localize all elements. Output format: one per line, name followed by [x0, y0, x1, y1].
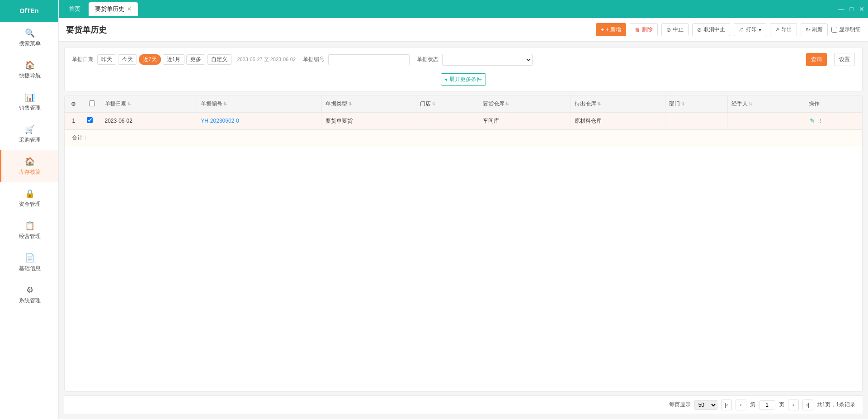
clipboard-icon: 📋: [25, 221, 35, 231]
display-detail-toggle[interactable]: 显示明细: [831, 26, 861, 33]
edit-action-icon[interactable]: ✎: [809, 116, 816, 125]
sidebar-item-quick-nav[interactable]: 🏠 快捷导航: [0, 54, 58, 86]
window-minimize-icon[interactable]: —: [838, 5, 844, 13]
date-filter-buttons: 昨天 今天 近7天 近1月 更多 自定义: [97, 54, 231, 65]
column-settings-icon[interactable]: ⚙: [71, 101, 76, 107]
tab-home-label: 首页: [69, 5, 80, 13]
sort-pendingwarehouse-icon[interactable]: ⇅: [597, 101, 601, 106]
select-all-checkbox[interactable]: [89, 100, 95, 106]
doc-no-input[interactable]: [328, 54, 410, 65]
filter-bar: 单据日期 昨天 今天 近7天 近1月 更多 自定义 2023-05-27 至 2…: [64, 47, 863, 91]
page-number-input[interactable]: [759, 400, 775, 409]
th-req-warehouse: 要货仓库⇅: [479, 95, 571, 113]
summary-label: 合计：: [72, 134, 88, 142]
sidebar-item-system[interactable]: ⚙ 系统管理: [0, 279, 58, 311]
table-container: ⚙ 单据日期⇅ 单据编号⇅ 单据类型⇅: [64, 95, 863, 392]
main-area: 首页 要货单历史 ✕ — □ ✕ 要货单历史 + + 新增 🗑 删除 ⊘ 中止 …: [59, 0, 868, 419]
filter-row-1: 单据日期 昨天 今天 近7天 近1月 更多 自定义 2023-05-27 至 2…: [72, 53, 855, 66]
expand-filter-btn[interactable]: ▾ 展开更多条件: [441, 73, 486, 86]
more-action-icon[interactable]: ⁝: [819, 116, 822, 125]
sort-handler-icon[interactable]: ⇅: [749, 101, 752, 106]
sort-reqwarehouse-icon[interactable]: ⇅: [505, 101, 509, 106]
sidebar-logo: OfTEn: [0, 0, 58, 22]
date-custom-btn[interactable]: 自定义: [207, 54, 231, 65]
stop-button[interactable]: ⊘ 中止: [661, 23, 689, 36]
th-dept: 部门⇅: [665, 95, 727, 113]
last-page-button[interactable]: ›|: [802, 400, 813, 410]
chart-icon: 📊: [25, 92, 35, 102]
tab-close-icon[interactable]: ✕: [127, 6, 132, 12]
doc-no-filter-group: 单据编号: [303, 54, 410, 65]
export-icon: ↗: [775, 27, 779, 33]
print-icon: 🖨: [739, 27, 744, 33]
sidebar-item-operation[interactable]: 📋 经营管理: [0, 214, 58, 247]
print-button[interactable]: 🖨 打印 ▾: [734, 23, 766, 36]
th-checkbox: [83, 95, 101, 113]
sidebar-item-label: 采购管理: [19, 136, 41, 144]
window-maximize-icon[interactable]: □: [850, 5, 854, 13]
sidebar-item-inventory[interactable]: 🏠 库存核算: [0, 150, 58, 182]
sort-store-icon[interactable]: ⇅: [432, 101, 435, 106]
inventory-icon: 🏠: [25, 157, 35, 167]
cell-doc-type: 要货单要货: [322, 113, 416, 129]
th-pending-warehouse: 待出仓库⇅: [571, 95, 665, 113]
print-dropdown-icon: ▾: [759, 27, 761, 33]
export-button[interactable]: ↗ 导出: [770, 23, 797, 36]
sidebar-item-label: 搜索菜单: [19, 40, 41, 48]
sidebar-item-label: 销售管理: [19, 104, 41, 112]
page-size-select[interactable]: 50 20 100 200: [694, 400, 717, 410]
table-body: 1 2023-06-02 YH-20230602-0 要货单要货 车间库 原材料…: [65, 113, 862, 129]
sidebar-item-purchase[interactable]: 🛒 采购管理: [0, 118, 58, 150]
date-more-btn[interactable]: 更多: [186, 54, 205, 65]
refresh-button[interactable]: ↻ 刷新: [801, 23, 828, 36]
total-info: 共1页，1条记录: [817, 401, 855, 409]
cell-num: 1: [65, 113, 83, 129]
new-button[interactable]: + + 新增: [596, 23, 626, 36]
cancel-stop-button[interactable]: ⊘ 取消中止: [692, 23, 730, 36]
sort-date-icon[interactable]: ⇅: [127, 101, 131, 106]
window-close-icon[interactable]: ✕: [859, 5, 864, 13]
th-doc-type: 单据类型⇅: [322, 95, 416, 113]
cell-doc-no: YH-20230602-0: [197, 113, 322, 129]
cell-dept: [665, 113, 727, 129]
sidebar-item-label: 快捷导航: [19, 72, 41, 80]
row-checkbox[interactable]: [87, 117, 93, 123]
date-range-display: 2023-05-27 至 2023-06-02: [237, 56, 296, 63]
status-label: 单据状态: [417, 56, 439, 63]
tab-requisition-history[interactable]: 要货单历史 ✕: [89, 2, 138, 16]
sidebar-item-finance[interactable]: 🔒 资金管理: [0, 182, 58, 214]
first-page-button[interactable]: |‹: [721, 400, 732, 410]
date-7days-btn[interactable]: 近7天: [139, 54, 161, 65]
sidebar-item-search[interactable]: 🔍 搜索菜单: [0, 22, 58, 54]
table-row: 1 2023-06-02 YH-20230602-0 要货单要货 车间库 原材料…: [65, 113, 862, 129]
sidebar-item-basic-info[interactable]: 📄 基础信息: [0, 247, 58, 279]
tab-bar-right: — □ ✕: [838, 5, 864, 13]
cancel-stop-icon: ⊘: [697, 27, 702, 33]
doc-no-link[interactable]: YH-20230602-0: [201, 118, 239, 124]
th-settings: ⚙: [65, 95, 83, 113]
date-yesterday-btn[interactable]: 昨天: [97, 54, 116, 65]
date-1month-btn[interactable]: 近1月: [163, 54, 185, 65]
doc-no-label: 单据编号: [303, 56, 325, 63]
cell-actions: ✎ ⁝: [805, 113, 862, 129]
sidebar-item-label: 系统管理: [19, 297, 41, 305]
cell-handler: [728, 113, 805, 129]
settings-button[interactable]: 设置: [834, 53, 855, 66]
sidebar-item-sales[interactable]: 📊 销售管理: [0, 86, 58, 118]
tab-home[interactable]: 首页: [62, 2, 87, 16]
display-detail-checkbox[interactable]: [831, 27, 837, 33]
sort-dept-icon[interactable]: ⇅: [681, 101, 684, 106]
prev-page-button[interactable]: ‹: [736, 400, 746, 410]
stop-icon: ⊘: [666, 27, 671, 33]
sort-docno-icon[interactable]: ⇅: [223, 101, 227, 106]
status-select[interactable]: [442, 54, 533, 66]
sidebar-item-label: 资金管理: [19, 200, 41, 208]
delete-button[interactable]: 🗑 删除: [630, 23, 658, 36]
sort-doctype-icon[interactable]: ⇅: [348, 101, 352, 106]
next-page-button[interactable]: ›: [788, 400, 799, 410]
date-today-btn[interactable]: 今天: [118, 54, 137, 65]
page-title: 要货单历史: [66, 24, 592, 35]
table-footer: 合计：: [65, 129, 862, 146]
search-button[interactable]: 查询: [806, 53, 827, 66]
th-actions: 操作: [805, 95, 862, 113]
